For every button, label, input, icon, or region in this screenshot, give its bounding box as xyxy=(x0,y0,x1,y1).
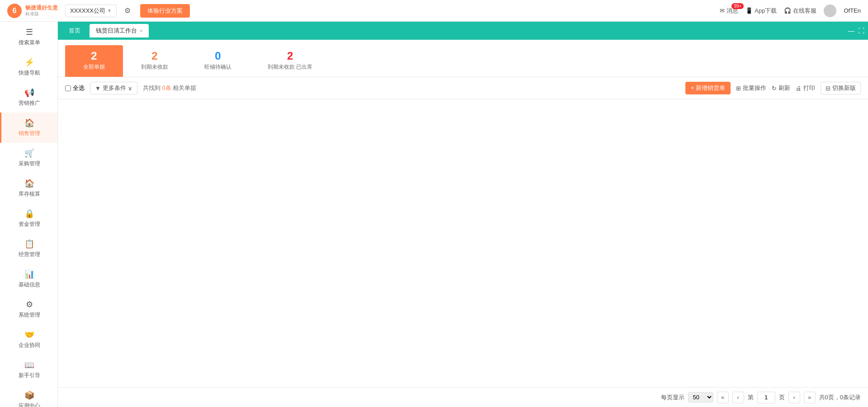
select-all-label: 全选 xyxy=(73,84,85,92)
company-selector[interactable]: XXXXXX公司 ▼ xyxy=(65,5,117,17)
tab-home[interactable]: 首页 xyxy=(61,24,88,37)
found-count: 0条 xyxy=(162,84,171,91)
stats-tabs: 2 全部单据 2 到期未收款 0 旺铺待确认 2 到期未收款 已出库 xyxy=(65,45,861,77)
tab-current[interactable]: 钱货日清工作台 × xyxy=(90,24,149,37)
inventory-icon: 🏠 xyxy=(24,178,34,188)
last-page-button[interactable]: » xyxy=(804,392,816,403)
sidebar-label-marketing: 营销推广 xyxy=(19,99,40,107)
switch-label: 切换新版 xyxy=(832,84,856,92)
batch-icon: ⊞ xyxy=(736,85,741,92)
switch-button[interactable]: ⊟ 切换新版 xyxy=(821,82,861,94)
stat-label-3: 到期未收款 已出库 xyxy=(268,63,312,71)
batch-button[interactable]: ⊞ 批量操作 xyxy=(736,84,766,92)
finance-icon: 🔒 xyxy=(24,209,34,219)
toolbar-right: + 新增销货单 ⊞ 批量操作 ↻ 刷新 🖨 打印 ⊟ xyxy=(685,82,861,94)
enterprise-icon: 🤝 xyxy=(24,330,34,340)
logo-icon: 6 xyxy=(7,4,22,18)
content-area: 首页 钱货日清工作台 × — ⛶ 2 全部单据 2 到期未收款 0 旺铺待确认 … xyxy=(58,22,868,407)
sidebar-item-enterprise[interactable]: 🤝 企业协同 xyxy=(0,324,57,355)
select-all-checkbox[interactable]: 全选 xyxy=(65,84,85,92)
quick-nav-icon: ⚡ xyxy=(24,57,34,67)
message-icon: ✉ xyxy=(720,7,725,14)
avatar[interactable] xyxy=(824,5,836,17)
filter-icon: ▼ xyxy=(95,85,101,92)
message-button[interactable]: ✉ 消息 99+ xyxy=(720,7,738,15)
settings-button[interactable]: ⚙ xyxy=(120,4,135,18)
basic-info-icon: 📊 xyxy=(24,269,34,279)
sidebar-item-app-center[interactable]: 📦 应用中心 xyxy=(0,385,57,407)
stat-label-1: 到期未收款 xyxy=(141,63,168,71)
sidebar-item-search-menu[interactable]: ☰ 搜索菜单 xyxy=(0,22,57,52)
company-name: XXXXXX公司 xyxy=(70,7,105,15)
select-all-input[interactable] xyxy=(65,85,71,91)
sidebar-label-sales: 销售管理 xyxy=(19,130,40,137)
print-icon: 🖨 xyxy=(796,85,802,92)
page-input[interactable] xyxy=(757,392,775,403)
message-badge: 99+ xyxy=(731,3,744,9)
stat-tab-2[interactable]: 0 旺铺待确认 xyxy=(186,45,250,77)
marketing-icon: 📢 xyxy=(24,88,34,98)
stat-tab-0[interactable]: 2 全部单据 xyxy=(65,45,123,77)
maximize-icon[interactable]: ⛶ xyxy=(858,27,864,34)
search-menu-icon: ☰ xyxy=(26,27,33,37)
prev-page-button[interactable]: ‹ xyxy=(732,392,744,403)
logo-area: 6 畅捷通好生意 标准版 xyxy=(7,4,65,18)
stat-number-3: 2 xyxy=(287,50,293,62)
page-size-select[interactable]: 50 100 200 xyxy=(688,392,713,402)
sidebar-item-sales[interactable]: 🏠 销售管理 xyxy=(0,112,57,143)
refresh-icon: ↻ xyxy=(772,85,777,92)
main-layout: ☰ 搜索菜单 ⚡ 快捷导航 📢 营销推广 🏠 销售管理 🛒 采购管理 🏠 库存核… xyxy=(0,22,868,407)
pagination-bar: 每页显示 50 100 200 « ‹ 第 页 › » 共0页，0条记录 xyxy=(58,387,868,407)
app-center-icon: 📦 xyxy=(24,390,34,400)
add-order-button[interactable]: + 新增销货单 xyxy=(685,82,731,94)
guide-icon: 📖 xyxy=(24,360,34,370)
sidebar-item-operations[interactable]: 📋 经营管理 xyxy=(0,234,57,264)
sidebar-label-inventory: 库存核算 xyxy=(19,190,40,198)
first-page-button[interactable]: « xyxy=(717,392,729,403)
stat-tab-1[interactable]: 2 到期未收款 xyxy=(123,45,186,77)
logo-title: 畅捷通好生意 xyxy=(25,5,58,11)
top-bar: 6 畅捷通好生意 标准版 XXXXXX公司 ▼ ⚙ 体验行业方案 ✉ 消息 99… xyxy=(0,0,868,22)
stat-tab-3[interactable]: 2 到期未收款 已出库 xyxy=(250,45,330,77)
print-label: 打印 xyxy=(803,84,815,92)
tab-controls: — ⛶ xyxy=(848,27,864,34)
tab-label: 钱货日清工作台 xyxy=(96,27,137,35)
sidebar-label-operations: 经营管理 xyxy=(19,251,40,258)
filter-button[interactable]: ▼ 更多条件 ∨ xyxy=(90,82,137,94)
sidebar-item-finance[interactable]: 🔒 资金管理 xyxy=(0,203,57,234)
switch-icon: ⊟ xyxy=(826,85,830,92)
trial-button[interactable]: 体验行业方案 xyxy=(140,4,190,18)
total-info: 共0页，0条记录 xyxy=(819,393,861,402)
sidebar-label-basic-info: 基础信息 xyxy=(19,281,40,289)
top-right: ✉ 消息 99+ 📱 App下载 🎧 在线客服 OfTEn xyxy=(720,5,861,17)
close-tab-icon[interactable]: × xyxy=(140,28,142,33)
mobile-icon: 📱 xyxy=(745,7,753,14)
minimize-icon[interactable]: — xyxy=(848,27,854,34)
operations-icon: 📋 xyxy=(24,239,34,249)
sidebar-label-system: 系统管理 xyxy=(19,311,40,319)
sidebar-item-marketing[interactable]: 📢 营销推广 xyxy=(0,82,57,112)
stat-number-0: 2 xyxy=(91,50,97,62)
stats-bar: 2 全部单据 2 到期未收款 0 旺铺待确认 2 到期未收款 已出库 xyxy=(58,40,868,77)
batch-label: 批量操作 xyxy=(743,84,766,92)
sidebar-item-guide[interactable]: 📖 新手引导 xyxy=(0,355,57,385)
toolbar: 全选 ▼ 更多条件 ∨ 共找到 0条 相关单据 + 新增销货单 ⊞ 批量操作 xyxy=(58,77,868,99)
online-service-label: 在线客服 xyxy=(793,7,816,15)
sidebar-item-system[interactable]: ⚙ 系统管理 xyxy=(0,294,57,324)
online-service-button[interactable]: 🎧 在线客服 xyxy=(784,7,816,15)
sidebar-label-guide: 新手引导 xyxy=(19,372,40,379)
sidebar-item-quick-nav[interactable]: ⚡ 快捷导航 xyxy=(0,52,57,82)
sales-icon: 🏠 xyxy=(24,118,34,128)
table-area xyxy=(58,99,868,387)
sidebar-item-purchase[interactable]: 🛒 采购管理 xyxy=(0,143,57,173)
sidebar-label-quick-nav: 快捷导航 xyxy=(19,69,40,77)
sidebar-label-app-center: 应用中心 xyxy=(19,402,40,407)
sidebar-item-inventory[interactable]: 🏠 库存核算 xyxy=(0,173,57,203)
sidebar-item-basic-info[interactable]: 📊 基础信息 xyxy=(0,264,57,294)
refresh-label: 刷新 xyxy=(778,84,790,92)
app-download-button[interactable]: 📱 App下载 xyxy=(745,7,777,15)
print-button[interactable]: 🖨 打印 xyxy=(796,84,815,92)
next-page-button[interactable]: › xyxy=(788,392,800,403)
stat-label-0: 全部单据 xyxy=(83,63,105,71)
refresh-button[interactable]: ↻ 刷新 xyxy=(772,84,790,92)
